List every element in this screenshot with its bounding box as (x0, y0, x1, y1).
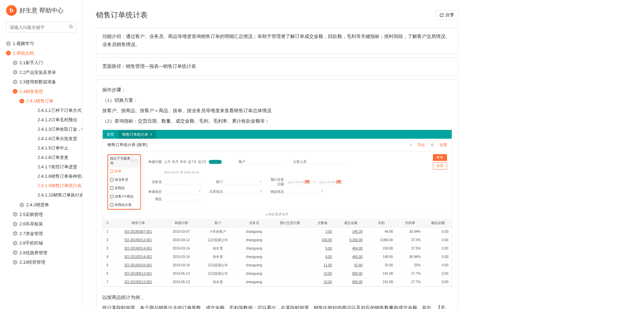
nav-2-4-1-8[interactable]: 2.4.1.8销售订单各种状态 (26, 172, 82, 181)
nav-2-9[interactable]: +2.9优惠券管理 (13, 248, 82, 258)
shot-tab-report[interactable]: 销售订单统计表× (118, 130, 156, 139)
step-2: （2）查询指标：交货日期、数量、成交金额、毛利、毛利率、累计收款金额等； (102, 117, 452, 126)
step-1: （1）切换方案： (102, 96, 452, 105)
brand-row: b 好生意 帮助中心 (6, 5, 82, 16)
nav-2-6[interactable]: +2.6库存核算 (13, 219, 82, 229)
out-input[interactable]: ▾ (225, 189, 262, 194)
table-row[interactable]: 1SO-20190307-0012019-03-07小常的客户zhangyang… (103, 227, 452, 236)
nav-2-4-1-6[interactable]: 2.4.1.6订单变更 (26, 153, 82, 162)
scheme-item-0[interactable]: 按单 (108, 167, 140, 176)
scheme-item-4[interactable]: 按商品分类 (108, 201, 140, 209)
manager-input[interactable]: ... (308, 160, 345, 164)
nav-video[interactable]: +1.视频学习 (6, 39, 82, 48)
svg-point-0 (69, 25, 72, 28)
setting-button[interactable]: ⚙ 设置 (431, 143, 447, 147)
customer-input[interactable]: ... (247, 160, 284, 164)
table-row[interactable]: 3SO-20190314-0012019-03-14张冬雪zhangyang5.… (103, 244, 452, 253)
export-button[interactable]: ↗ 导出 (409, 143, 425, 147)
search-input[interactable] (6, 22, 76, 33)
embedded-screenshot-1: 首页 销售订单统计表× 销售订单统计表 (按单) ↗ 导出 ⚙ 设置 按以下方案… (102, 130, 452, 287)
nav-2-3[interactable]: +2.3使用前数据准备 (13, 77, 82, 87)
scheme-collapse-icon[interactable]: ‹ (135, 159, 138, 163)
intro-text: 通过客户、业务员、商品等维度查询销售订单的明细汇总情况；有助于管理者了解订单成交… (102, 34, 450, 47)
result-table: ⚙销售订单单据日期客户业务员预计交货日期主数量成交金额毛利毛利率赠品金额 1SO… (103, 219, 452, 286)
table-row[interactable]: 6SO-20190513-0012019-05-13贝贝贸易公司zhangyan… (103, 269, 452, 278)
th-0: ⚙ (103, 219, 112, 228)
nav-2-4-1[interactable]: −2.4.1销售订单 2.4.1.1三种下订单方式 2.4.1.2订单毛利预估 … (19, 96, 82, 200)
th-1: 销售订单 (112, 219, 164, 228)
expdate-to[interactable]: yyyy-mm-dd📅 (317, 180, 343, 184)
nav-2-10[interactable]: +2.10经营管理 (13, 257, 82, 267)
sidebar: b 好生意 帮助中心 +1.视频学习 −2.帮助文档 +2.1新手入门 +2.2… (0, 0, 83, 309)
search-box (6, 22, 76, 33)
steps-section: 操作步骤： （1）切换方案： 按客户、按商品、按客户＋商品、按单、按业务员等维度… (96, 79, 458, 309)
nav-2-2[interactable]: +2.2产品安装及登录 (13, 68, 82, 77)
shot-tab-home[interactable]: 首页 (103, 130, 118, 139)
nav-2-4-1-9[interactable]: 2.4.1.9销售订单统计表 (26, 181, 82, 190)
close-icon[interactable]: × (150, 132, 152, 136)
th-7: 成交金额 (335, 219, 366, 228)
steps-title: 操作步骤： (102, 85, 452, 94)
main-content: 销售订单统计表 分享 功能介绍：通过客户、业务员、商品等维度查询销售订单的明细汇… (83, 0, 644, 309)
status-input[interactable]: ▾ (164, 189, 201, 194)
query-button[interactable]: 查询 (433, 154, 447, 161)
table-row[interactable]: 7SO-20190513-0022019-05-13张冬雪zhangyang10… (103, 278, 452, 286)
nav-2-4-1-2[interactable]: 2.4.1.2订单毛利预估 (26, 115, 82, 125)
nav-2-7[interactable]: +2.7资金管理 (13, 229, 82, 238)
nav-2-4-2[interactable]: +2.4.2销货单 (19, 200, 82, 210)
nav-2-8[interactable]: +2.8手机旺铺 (13, 238, 82, 248)
th-9: 毛利率 (396, 219, 424, 228)
nav-2-4-1-5[interactable]: 2.4.1.5订单中止 (26, 143, 82, 153)
nav-2-4-1-3[interactable]: 2.4.1.3订单收取订金，销货单 (26, 125, 82, 134)
table-row[interactable]: 5SO-20190318-0012019-03-18贝贝贸易公司zhangyan… (103, 261, 452, 269)
path-card: 页面路径：销售管理—报表—销售订单统计表 (96, 57, 458, 76)
pay-input[interactable]: ▾ (286, 189, 323, 194)
nav-2-4-1-4[interactable]: 2.4.1.4订单分批发货 (26, 134, 82, 143)
th-5: 预计交货日期 (270, 219, 310, 228)
step-1-text: 按客户、按商品、按客户＋商品、按单、按业务员等维度来查看销售订单总体情况 (102, 106, 452, 115)
scheme-item-1[interactable]: 按业务员 (108, 176, 140, 184)
filter-goods-label: 商品 (146, 197, 162, 202)
collapse-bar[interactable]: ▴ 收起更多条件 (103, 210, 452, 219)
nav-2-5[interactable]: +2.5采购管理 (13, 210, 82, 219)
goods-input[interactable]: ... (164, 197, 201, 202)
scheme-add-icon[interactable]: + (131, 159, 134, 163)
table-row[interactable]: 4SO-20190314-0022019-03-14张冬雪zhangyang6.… (103, 253, 452, 261)
share-label: 分享 (445, 12, 454, 18)
set-button[interactable]: 设置 (433, 162, 447, 170)
intro-card: 功能介绍：通过客户、业务员、商品等维度查询销售订单的明细汇总情况；有助于管理者了… (96, 28, 458, 54)
sales-input[interactable]: ... (164, 180, 201, 184)
th-4: 业务员 (238, 219, 270, 228)
nav-2-4[interactable]: −2.4销售管理 −2.4.1销售订单 2.4.1.1三种下订单方式 2.4.1… (13, 87, 82, 210)
nav-2-4-1-10[interactable]: 2.4.1.10销售订单执行表 (26, 190, 82, 200)
gear-icon[interactable]: ⚙ (106, 221, 109, 225)
svg-line-1 (72, 27, 73, 28)
nav-2-4-1-7[interactable]: 2.4.1.7依照订单进货 (26, 162, 82, 172)
filter-customer-label: 客户 (229, 160, 245, 164)
nav-2-1[interactable]: +2.1新手入门 (13, 58, 82, 68)
dept-input[interactable]: ▾ (225, 180, 262, 184)
path-label: 页面路径： (102, 64, 126, 69)
scheme-item-2[interactable]: 按商品 (108, 184, 140, 192)
filter-date-label: 单据日期 (146, 160, 162, 164)
nav-help[interactable]: −2.帮助文档 +2.1新手入门 +2.2产品安装及登录 +2.3使用前数据准备… (6, 48, 82, 267)
share-button[interactable]: 分享 (435, 10, 458, 20)
th-6: 主数量 (309, 219, 335, 228)
shot-title: 销售订单统计表 (按单) (107, 142, 147, 148)
para-1: 以按商品统计为例， (102, 293, 452, 302)
custom-pill[interactable]: 自定义 (209, 160, 222, 164)
search-icon[interactable] (69, 25, 73, 30)
expdate-from[interactable]: yyyy-mm-dd📅 (286, 180, 311, 184)
logo-icon: b (6, 5, 17, 16)
share-icon (440, 13, 444, 17)
th-8: 毛利 (366, 219, 396, 228)
filter-pay-label: 收款状态 (268, 189, 284, 194)
date-quick-links: 上月本月本年近7天近1月 自定义 (164, 160, 223, 164)
table-row[interactable]: 2SO-20190312-0012019-03-12贝贝贸易公司zhangyan… (103, 236, 452, 244)
th-2: 单据日期 (164, 219, 198, 228)
nav-2-4-1-1[interactable]: 2.4.1.1三种下订单方式 (26, 106, 82, 115)
scheme-item-3[interactable]: 按客户+商品 (108, 192, 140, 201)
filter-status-label: 单据状态 (146, 189, 162, 194)
date-range-text: 2019-03-01 至 2019-12-31 (164, 170, 199, 175)
path-text: 销售管理—报表—销售订单统计表 (126, 64, 196, 69)
